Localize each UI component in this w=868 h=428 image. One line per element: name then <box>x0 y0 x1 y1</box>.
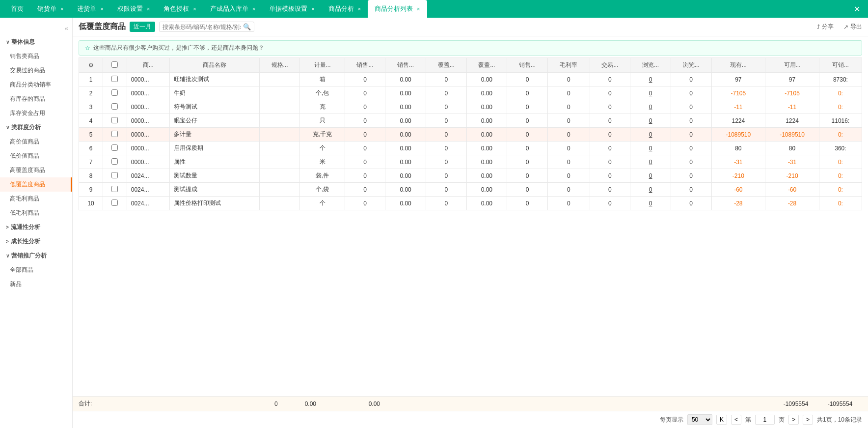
row-checkbox[interactable] <box>103 197 127 210</box>
nav-sales-order[interactable]: 销货单 × <box>30 0 70 18</box>
sidebar-section-growth[interactable]: > 成长性分析 <box>0 234 72 249</box>
row-select-checkbox[interactable] <box>111 186 118 192</box>
row-current: 97 <box>711 73 765 86</box>
sidebar-item-high-margin[interactable]: 高毛利商品 <box>0 192 72 206</box>
content-area: 低覆盖度商品 近一月 🔍 ⤴ 分享 ↗ 导出 ☆ 这些商品只有很少客户购买过，是… <box>73 18 868 428</box>
sidebar-section-marketing[interactable]: ∨ 营销推广分析 <box>0 249 72 263</box>
nav-product-analysis[interactable]: 商品分析 × <box>322 0 368 18</box>
nav-role-auth[interactable]: 角色授权 × <box>157 0 203 18</box>
export-button[interactable]: ↗ 导出 <box>843 23 862 31</box>
nav-close-product-analysis[interactable]: × <box>358 0 361 18</box>
row-browse1[interactable]: 0 <box>630 114 671 128</box>
sidebar-item-high-value[interactable]: 高价值商品 <box>0 135 72 149</box>
nav-close-finished-goods[interactable]: × <box>252 0 255 18</box>
first-page-button[interactable]: K <box>716 415 727 425</box>
row-browse1[interactable]: 0 <box>630 142 671 155</box>
sidebar-item-low-coverage[interactable]: 低覆盖度商品 <box>0 177 72 192</box>
nav-close-product-analysis-list[interactable]: × <box>417 0 420 18</box>
page-size-select[interactable]: 50 100 200 <box>687 414 712 425</box>
sidebar-item-high-coverage[interactable]: 高覆盖度商品 <box>0 163 72 177</box>
nav-permissions[interactable]: 权限设置 × <box>110 0 157 18</box>
nav-home[interactable]: 首页 <box>4 0 30 18</box>
row-select-checkbox[interactable] <box>111 117 118 123</box>
prev-page-button[interactable]: < <box>731 415 741 425</box>
row-checkbox[interactable] <box>103 142 127 155</box>
row-browse1[interactable]: 0 <box>630 86 671 100</box>
sidebar-item-category-rate[interactable]: 商品分类动销率 <box>0 78 72 92</box>
row-sales-qty: 0 <box>345 183 385 197</box>
sidebar-section-overall-info[interactable]: ∨ 整体信息 <box>0 35 72 49</box>
col-checkbox[interactable] <box>103 58 127 73</box>
nav-purchase-order[interactable]: 进货单 × <box>70 0 110 18</box>
row-cover1: 0 <box>426 142 466 155</box>
search-icon[interactable]: 🔍 <box>243 23 251 30</box>
last-page-button[interactable]: > <box>803 415 813 425</box>
period-button[interactable]: 近一月 <box>130 22 155 32</box>
row-browse1[interactable]: 0 <box>630 169 671 183</box>
sidebar-section-cluster[interactable]: ∨ 类群度分析 <box>0 120 72 135</box>
row-checkbox[interactable] <box>103 86 127 100</box>
row-browse1[interactable]: 0 <box>630 155 671 169</box>
window-close-button[interactable]: ✕ <box>850 4 864 14</box>
nav-close-sales-order[interactable]: × <box>60 0 63 18</box>
row-checkbox[interactable] <box>103 183 127 197</box>
row-checkbox[interactable] <box>103 128 127 142</box>
row-select-checkbox[interactable] <box>111 172 118 178</box>
row-browse1[interactable]: 0 <box>630 183 671 197</box>
sidebar-item-stock-capital[interactable]: 库存资金占用 <box>0 106 72 120</box>
nav-close-permissions[interactable]: × <box>147 0 150 18</box>
row-select-checkbox[interactable] <box>111 158 118 165</box>
col-name: 商品名称 <box>169 58 259 73</box>
row-trade: 0 <box>590 197 630 210</box>
page-input[interactable] <box>755 415 775 425</box>
sidebar-item-sales-goods[interactable]: 销售类商品 <box>0 49 72 63</box>
nav-template-settings[interactable]: 单据模板设置 × <box>262 0 321 18</box>
row-checkbox[interactable] <box>103 100 127 114</box>
sidebar-item-low-value[interactable]: 低价值商品 <box>0 149 72 163</box>
sidebar-collapse-button[interactable]: « <box>65 25 68 32</box>
sidebar-item-all-goods[interactable]: 全部商品 <box>0 263 72 277</box>
sidebar-section-flow[interactable]: > 流通性分析 <box>0 220 72 234</box>
row-code: 0024... <box>127 169 169 183</box>
select-all-checkbox[interactable] <box>111 61 118 68</box>
sidebar-item-new-goods[interactable]: 新品 <box>0 277 72 291</box>
row-cover1: 0 <box>426 73 466 86</box>
row-checkbox[interactable] <box>103 169 127 183</box>
row-select-checkbox[interactable] <box>111 89 118 96</box>
sidebar-item-low-margin[interactable]: 低毛利商品 <box>0 206 72 220</box>
nav-close-purchase-order[interactable]: × <box>100 0 103 18</box>
row-select-checkbox[interactable] <box>111 200 118 206</box>
row-spec <box>259 114 300 128</box>
sidebar-arrow-overall: ∨ <box>6 39 9 45</box>
row-checkbox[interactable] <box>103 114 127 128</box>
row-sales3: 0 <box>507 142 548 155</box>
row-gross-margin: 0 <box>547 100 590 114</box>
row-checkbox[interactable] <box>103 155 127 169</box>
search-input[interactable] <box>163 24 241 30</box>
sidebar-item-traded-goods[interactable]: 交易过的商品 <box>0 63 72 78</box>
page-size-label: 每页显示 <box>660 416 683 424</box>
row-select-checkbox[interactable] <box>111 131 118 137</box>
nav-finished-goods[interactable]: 产成品入库单 × <box>203 0 262 18</box>
col-settings[interactable]: ⚙ <box>79 58 103 73</box>
col-sellable: 可销... <box>819 58 862 73</box>
row-no: 6 <box>79 142 103 155</box>
row-select-checkbox[interactable] <box>111 76 118 82</box>
table-row: 6 0000... 启用保质期 个 0 0.00 0 0.00 0 0 0 0 … <box>79 142 862 155</box>
row-browse1[interactable]: 0 <box>630 128 671 142</box>
share-button[interactable]: ⤴ 分享 <box>817 23 834 31</box>
row-browse1[interactable]: 0 <box>630 100 671 114</box>
row-browse1[interactable]: 0 <box>630 197 671 210</box>
row-code: 0000... <box>127 73 169 86</box>
row-code: 0000... <box>127 155 169 169</box>
nav-close-role-auth[interactable]: × <box>193 0 196 18</box>
sidebar-item-in-stock[interactable]: 有库存的商品 <box>0 92 72 106</box>
row-browse1[interactable]: 0 <box>630 73 671 86</box>
row-available: 1224 <box>765 114 819 128</box>
row-checkbox[interactable] <box>103 73 127 86</box>
row-select-checkbox[interactable] <box>111 103 118 110</box>
nav-product-analysis-list[interactable]: 商品分析列表 × <box>368 0 427 18</box>
nav-close-template-settings[interactable]: × <box>311 0 314 18</box>
next-page-button[interactable]: > <box>788 415 799 425</box>
row-select-checkbox[interactable] <box>111 144 118 151</box>
